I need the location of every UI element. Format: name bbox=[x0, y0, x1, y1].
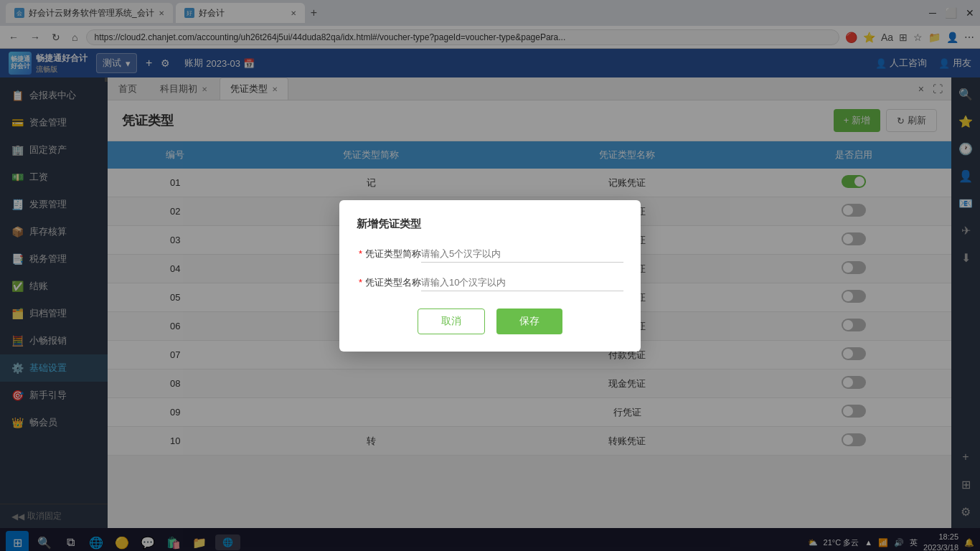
dialog-overlay: 新增凭证类型 *凭证类型简称 *凭证类型名称 取消 保存 bbox=[0, 0, 980, 551]
name-label: *凭证类型名称 bbox=[357, 276, 421, 289]
name-input[interactable] bbox=[421, 274, 623, 291]
abbr-form-group: *凭证类型简称 bbox=[357, 245, 623, 263]
add-voucher-dialog: 新增凭证类型 *凭证类型简称 *凭证类型名称 取消 保存 bbox=[339, 200, 641, 352]
save-button[interactable]: 保存 bbox=[496, 309, 562, 334]
dialog-title: 新增凭证类型 bbox=[357, 217, 623, 231]
abbr-required: * bbox=[359, 248, 362, 259]
cancel-button[interactable]: 取消 bbox=[418, 309, 485, 334]
name-required: * bbox=[359, 277, 362, 288]
name-form-group: *凭证类型名称 bbox=[357, 274, 623, 291]
abbr-input[interactable] bbox=[421, 245, 623, 263]
abbr-label: *凭证类型简称 bbox=[357, 248, 421, 260]
dialog-actions: 取消 保存 bbox=[357, 309, 623, 334]
